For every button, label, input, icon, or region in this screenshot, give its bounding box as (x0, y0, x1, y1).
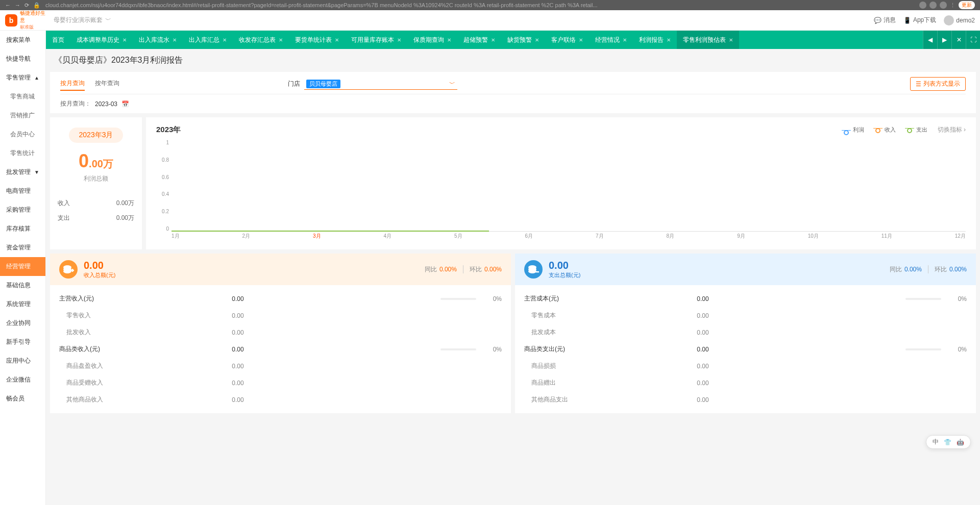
tab-10[interactable]: 客户联络✕ (545, 31, 589, 49)
close-icon[interactable]: ✕ (335, 37, 339, 43)
legend-item[interactable]: 收入 (873, 126, 896, 134)
fullscreen-button[interactable]: ⛶ (966, 31, 980, 49)
logo[interactable]: b 畅捷通好生意 标准版 (5, 10, 46, 31)
tab-7[interactable]: 保质期查询✕ (407, 31, 457, 49)
detail-line: 商品赠出0.00 (524, 374, 967, 391)
legend-item[interactable]: 利润 (842, 126, 864, 134)
shirt-icon[interactable]: 👕 (944, 439, 951, 446)
month-query-value[interactable]: 2023-03 (95, 100, 117, 108)
close-icon[interactable]: ✕ (223, 37, 227, 43)
content-area: 《贝贝母婴店》2023年3月利润报告 按月查询 按年查询 门店 贝贝母婴店 ﹀ (46, 49, 980, 505)
messages-link[interactable]: 💬 消息 (874, 16, 896, 24)
switch-metric-button[interactable]: 切换指标 › (938, 125, 966, 134)
tab-12[interactable]: 利润报告✕ (633, 31, 677, 49)
sidebar-item-11[interactable]: 资金管理 (0, 238, 45, 257)
close-icon[interactable]: ✕ (729, 37, 733, 43)
tabs-scroll-right[interactable]: ▶ (937, 31, 951, 49)
sidebar-item-18[interactable]: 企业微信 (0, 370, 45, 389)
close-icon[interactable]: ✕ (279, 37, 283, 43)
sidebar: 搜索菜单快捷导航零售管理▲零售商城营销推广会员中心零售统计批发管理▼电商管理采购… (0, 31, 46, 505)
page-title: 《贝贝母婴店》2023年3月利润报告 (50, 49, 976, 72)
sidebar-item-6[interactable]: 零售统计 (0, 144, 45, 163)
sidebar-item-12[interactable]: 经营管理 (0, 257, 45, 276)
tabs-close-all[interactable]: ✕ (951, 31, 966, 49)
sidebar-item-1[interactable]: 快捷导航 (0, 49, 45, 68)
detail-line: 商品类支出(元)0.000% (524, 341, 967, 358)
browser-reload-icon[interactable]: ⟳ (24, 2, 29, 9)
filter-tab-monthly[interactable]: 按月查询 (60, 77, 85, 91)
float-widget[interactable]: 中 👕 🤖 (926, 435, 971, 449)
tab-2[interactable]: 出入库流水✕ (133, 31, 183, 49)
detail-line: 批发收入0.00 (59, 324, 502, 341)
browser-url[interactable]: cloud.chanjet.com/nsj/u4oor74ddqxn/ibfe3… (45, 2, 919, 8)
user-menu[interactable]: demo2 (944, 15, 975, 26)
chevron-right-icon: › (964, 126, 966, 133)
ext-icon-2[interactable] (929, 2, 937, 9)
sidebar-item-9[interactable]: 采购管理 (0, 200, 45, 219)
calendar-icon[interactable]: 📅 (121, 100, 129, 108)
app-download-link[interactable]: 📱 App下载 (903, 16, 936, 24)
summary-expense-row: 支出0.00万 (58, 211, 134, 225)
tenant-selector[interactable]: 母婴行业演示账套 ﹀ (54, 16, 874, 24)
ime-toggle[interactable]: 中 (933, 438, 939, 446)
close-icon[interactable]: ✕ (122, 37, 127, 43)
close-icon[interactable]: ✕ (579, 37, 583, 43)
sidebar-item-10[interactable]: 库存核算 (0, 219, 45, 238)
sidebar-item-4[interactable]: 营销推广 (0, 106, 45, 125)
filter-panel: 按月查询 按年查询 门店 贝贝母婴店 ﹀ ☰ 列表方式显示 (50, 72, 976, 113)
tab-6[interactable]: 可用量库存账本✕ (345, 31, 407, 49)
browser-more-icon[interactable]: ⋮ (950, 2, 955, 9)
sidebar-item-7[interactable]: 批发管理▼ (0, 163, 45, 182)
message-icon: 💬 (874, 17, 881, 24)
x-tick: 9月 (737, 233, 745, 242)
browser-back-icon[interactable]: ← (5, 2, 11, 9)
tab-1[interactable]: 成本调整单历史✕ (70, 31, 133, 49)
legend-item[interactable]: 支出 (905, 126, 927, 134)
chart-card: 2023年 利润收入支出 切换指标 › 10.80.60.40.20 1月2月3… (146, 117, 976, 249)
browser-update-button[interactable]: 更新 (959, 1, 975, 9)
list-display-button[interactable]: ☰ 列表方式显示 (910, 77, 966, 91)
ext-icon-1[interactable] (919, 2, 926, 9)
income-mom: 环比 0.00% (470, 265, 502, 274)
summary-income-row: 收入0.00万 (58, 196, 134, 211)
sidebar-item-8[interactable]: 电商管理 (0, 182, 45, 200)
detail-line: 批发成本0.00 (524, 324, 967, 341)
ext-icon-3[interactable] (940, 2, 947, 9)
store-selector[interactable]: 贝贝母婴店 ﹀ (304, 79, 457, 90)
tab-5[interactable]: 要货单统计表✕ (289, 31, 345, 49)
tab-8[interactable]: 超储预警✕ (457, 31, 501, 49)
total-profit-value: 0.00万 (79, 150, 113, 172)
chart-plot[interactable]: 10.80.60.40.20 1月2月3月4月5月6月7月8月9月10月11月1… (156, 140, 966, 242)
detail-line: 商品受赠收入0.00 (59, 374, 502, 391)
close-icon[interactable]: ✕ (535, 37, 539, 43)
robot-icon[interactable]: 🤖 (957, 439, 964, 446)
tab-3[interactable]: 出入库汇总✕ (183, 31, 233, 49)
tab-13[interactable]: 零售利润预估表✕ (677, 31, 739, 49)
sidebar-item-14[interactable]: 系统管理 (0, 295, 45, 314)
close-icon[interactable]: ✕ (623, 37, 627, 43)
browser-chrome: ← → ⟳ 🔒 cloud.chanjet.com/nsj/u4oor74ddq… (0, 0, 980, 10)
close-icon[interactable]: ✕ (397, 37, 401, 43)
tab-11[interactable]: 经营情况✕ (589, 31, 633, 49)
sidebar-item-13[interactable]: 基础信息 (0, 276, 45, 295)
browser-forward-icon[interactable]: → (15, 2, 20, 9)
sidebar-item-19[interactable]: 畅会员 (0, 389, 45, 408)
sidebar-item-5[interactable]: 会员中心 (0, 125, 45, 144)
tab-4[interactable]: 收发存汇总表✕ (233, 31, 289, 49)
sidebar-item-3[interactable]: 零售商城 (0, 87, 45, 106)
tabs-scroll-left[interactable]: ◀ (923, 31, 937, 49)
tab-0[interactable]: 首页 (46, 31, 70, 49)
expense-total: 0.00 (549, 260, 580, 271)
filter-tab-yearly[interactable]: 按年查询 (95, 77, 119, 91)
sidebar-item-0[interactable]: 搜索菜单 (0, 31, 45, 49)
close-icon[interactable]: ✕ (491, 37, 495, 43)
username: demo2 (956, 17, 975, 24)
close-icon[interactable]: ✕ (447, 37, 451, 43)
sidebar-item-2[interactable]: 零售管理▲ (0, 68, 45, 87)
close-icon[interactable]: ✕ (667, 37, 671, 43)
tab-9[interactable]: 缺货预警✕ (501, 31, 545, 49)
sidebar-item-15[interactable]: 企业协同 (0, 314, 45, 333)
sidebar-item-16[interactable]: 新手引导 (0, 333, 45, 351)
sidebar-item-17[interactable]: 应用中心 (0, 351, 45, 370)
close-icon[interactable]: ✕ (173, 37, 177, 43)
